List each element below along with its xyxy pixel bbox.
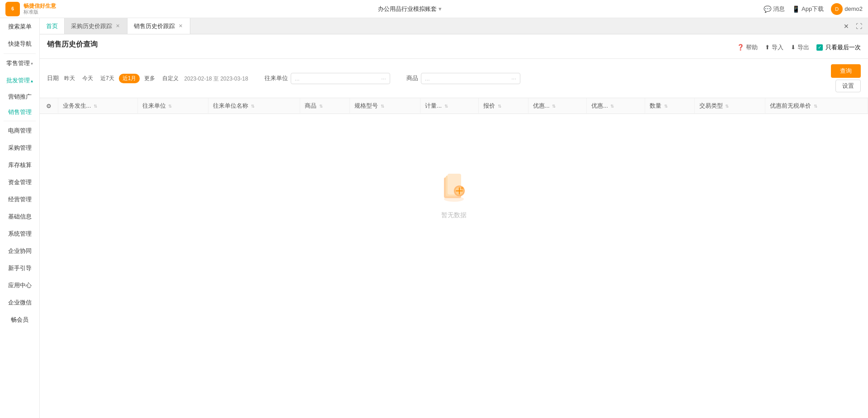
sidebar-item-sys-mgmt[interactable]: 系统管理	[0, 225, 39, 242]
col-biz-date[interactable]: 业务发生... ⇅	[58, 98, 137, 114]
sidebar-item-enterprise-collab[interactable]: 企业协同	[0, 242, 39, 260]
product-input[interactable]: ... ···	[421, 73, 520, 84]
settings-button[interactable]: 设置	[835, 80, 861, 92]
tabbar: 首页 采购历史价跟踪 ✕ 销售历史价跟踪 ✕ ✕ ⛶	[40, 18, 868, 34]
col-discount1[interactable]: 优惠... ⇅	[528, 98, 586, 114]
sort-discount1-icon: ⇅	[552, 104, 556, 109]
table-container: ⚙ 业务发生... ⇅ 往来单位 ⇅ 往来单位名称	[40, 98, 868, 418]
sidebar-label-capital-mgmt: 资金管理	[8, 179, 32, 185]
col-unit[interactable]: 计量... ⇅	[420, 98, 479, 114]
sidebar-label-enterprise-collab: 企业协同	[8, 247, 32, 254]
dropdown-arrow-icon[interactable]: ▾	[439, 5, 442, 12]
sidebar-label-retail-mgmt: 零售管理	[6, 59, 30, 67]
sidebar-label-sys-mgmt: 系统管理	[8, 230, 32, 237]
sidebar-label-purchase-mgmt: 采购管理	[8, 144, 32, 151]
sidebar-item-inventory[interactable]: 库存核算	[0, 157, 39, 174]
query-button[interactable]: 查询	[831, 64, 861, 78]
msg-label: 消息	[773, 5, 785, 13]
date-buttons: 昨天 今天 近7天 近1月 更多 自定义	[61, 74, 181, 83]
tab-home[interactable]: 首页	[40, 18, 65, 34]
col-product[interactable]: 商品 ⇅	[300, 98, 349, 114]
tab-fullscreen-btn[interactable]: ⛶	[854, 21, 864, 32]
wholesale-expand-icon: ▴	[31, 78, 33, 83]
sidebar-label-sales-mgmt: 销售管理	[8, 109, 32, 115]
table-empty-state: 暂无数据	[40, 114, 868, 274]
only-last-checkbox[interactable]: ✓	[816, 44, 823, 51]
help-btn[interactable]: ❓ 帮助	[737, 43, 758, 52]
msg-icon: 💬	[764, 5, 771, 13]
date-btn-yesterday[interactable]: 昨天	[61, 74, 78, 83]
tab-close-all-btn[interactable]: ✕	[841, 21, 852, 32]
sidebar-label-inventory: 库存核算	[8, 162, 32, 168]
tab-sales-history[interactable]: 销售历史价跟踪 ✕	[127, 18, 190, 34]
col-spec[interactable]: 规格型号 ⇅	[349, 98, 420, 114]
msg-btn[interactable]: 💬 消息	[764, 5, 785, 13]
col-gear[interactable]: ⚙	[40, 98, 58, 114]
sort-partner-name-icon: ⇅	[251, 104, 255, 109]
col-pretax-price[interactable]: 优惠前无税单价 ⇅	[765, 98, 868, 114]
page-title: 销售历史价查询	[47, 40, 98, 55]
supplier-filter-group: 往来单位 ... ···	[264, 73, 390, 84]
only-last-wrap[interactable]: ✓ 只看最后一次	[816, 43, 861, 52]
supplier-input-dots-icon: ···	[381, 75, 386, 82]
product-placeholder: ...	[425, 75, 430, 82]
sidebar-item-quick-nav[interactable]: 快捷导航	[0, 35, 39, 52]
date-btn-today[interactable]: 今天	[80, 74, 96, 83]
topbar-center: 办公用品行业模拟账套 ▾	[378, 5, 442, 13]
export-btn[interactable]: ⬇ 导出	[791, 43, 809, 52]
help-icon: ❓	[737, 44, 744, 51]
col-partner[interactable]: 往来单位 ⇅	[137, 98, 208, 114]
date-btn-custom[interactable]: 自定义	[160, 74, 181, 83]
supplier-input[interactable]: ... ···	[291, 73, 390, 84]
sidebar-label-search-menu: 搜索菜单	[8, 23, 32, 30]
app-subtitle: 标准版	[24, 9, 56, 15]
table-header-row: ⚙ 业务发生... ⇅ 往来单位 ⇅ 往来单位名称	[40, 98, 868, 114]
tab-purchase-close-icon[interactable]: ✕	[115, 22, 121, 30]
sidebar-divider-1	[4, 53, 36, 54]
top-section: 销售历史价查询 ❓ 帮助 ⬆ 导入 ⬇ 导出	[40, 34, 868, 98]
empty-text: 暂无数据	[441, 211, 467, 219]
date-btn-more[interactable]: 更多	[142, 74, 158, 83]
sidebar-item-retail-mgmt[interactable]: 零售管理 ▾	[0, 55, 39, 72]
topbar: 6 畅捷信好生意 标准版 办公用品行业模拟账套 ▾ 💬 消息 📱 App下载 D…	[0, 0, 868, 18]
import-label: 导入	[772, 43, 783, 52]
col-quote[interactable]: 报价 ⇅	[479, 98, 528, 114]
date-range-display: 2023-02-18 至 2023-03-18	[184, 75, 248, 83]
col-partner-name[interactable]: 往来单位名称 ⇅	[208, 98, 300, 114]
date-btn-1month[interactable]: 近1月	[119, 74, 140, 83]
sidebar-label-member: 畅会员	[11, 316, 28, 323]
sidebar-item-operations-mgmt[interactable]: 经营管理	[0, 191, 39, 208]
user-info[interactable]: D demo2	[831, 3, 863, 15]
retail-expand-icon: ▾	[31, 61, 33, 66]
logo-icon: 6	[5, 2, 20, 16]
tab-sales-close-icon[interactable]: ✕	[178, 22, 184, 30]
sidebar-label-wholesale-mgmt: 批发管理	[6, 76, 30, 85]
import-btn[interactable]: ⬆ 导入	[765, 43, 783, 52]
app-download-btn[interactable]: 📱 App下载	[792, 5, 824, 13]
sidebar-item-sales-mgmt[interactable]: 销售管理	[0, 104, 39, 120]
gear-icon: ⚙	[46, 103, 52, 109]
sidebar-item-purchase-mgmt[interactable]: 采购管理	[0, 139, 39, 157]
sidebar-item-capital-mgmt[interactable]: 资金管理	[0, 174, 39, 191]
col-qty[interactable]: 数量 ⇅	[645, 98, 694, 114]
data-table: ⚙ 业务发生... ⇅ 往来单位 ⇅ 往来单位名称	[40, 98, 868, 114]
sidebar-item-new-guide[interactable]: 新手引导	[0, 260, 39, 277]
topbar-left: 6 畅捷信好生意 标准版	[5, 2, 56, 16]
sidebar-item-enterprise-wechat[interactable]: 企业微信	[0, 294, 39, 311]
col-trade-type[interactable]: 交易类型 ⇅	[694, 98, 765, 114]
sidebar-item-app-center[interactable]: 应用中心	[0, 277, 39, 294]
sidebar-item-basic-info[interactable]: 基础信息	[0, 208, 39, 225]
sidebar-item-member[interactable]: 畅会员	[0, 311, 39, 328]
tab-purchase-history[interactable]: 采购历史价跟踪 ✕	[65, 18, 127, 34]
product-filter-group: 商品 ... ···	[406, 73, 520, 84]
main-layout: 搜索菜单 快捷导航 零售管理 ▾ 批发管理 ▴ 营销推广 销售管理 电商管理 采…	[0, 18, 868, 418]
sidebar-label-marketing: 营销推广	[8, 93, 32, 100]
sidebar-item-search-menu[interactable]: 搜索菜单	[0, 18, 39, 35]
svg-point-8	[461, 187, 463, 190]
tab-purchase-label: 采购历史价跟踪	[71, 22, 112, 30]
date-btn-7days[interactable]: 近7天	[98, 74, 117, 83]
col-discount2[interactable]: 优惠... ⇅	[586, 98, 645, 114]
sidebar-item-ecom-mgmt[interactable]: 电商管理	[0, 122, 39, 139]
sidebar-item-wholesale-mgmt[interactable]: 批发管理 ▴	[0, 72, 39, 89]
sidebar-item-marketing[interactable]: 营销推广	[0, 89, 39, 104]
